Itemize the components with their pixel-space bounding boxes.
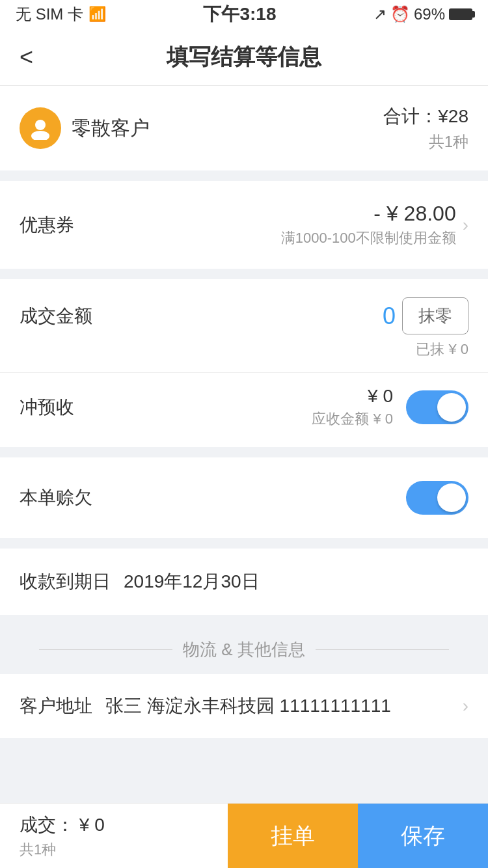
avatar bbox=[20, 107, 61, 149]
address-value: 张三 海淀永丰科技园 11111111111 bbox=[105, 694, 450, 718]
duedate-label: 收款到期日 bbox=[20, 569, 111, 594]
total-amount: 合计：¥28 bbox=[383, 104, 468, 129]
status-bar: 无 SIM 卡 📶 下午3:18 ↗ ⏰ 69% bbox=[0, 0, 488, 29]
transaction-value[interactable]: 0 bbox=[383, 303, 396, 330]
status-carrier-wifi: 无 SIM 卡 📶 bbox=[16, 4, 106, 25]
coupon-right: - ¥ 28.00 满1000-100不限制使用金额 › bbox=[281, 202, 468, 248]
divider-bar-left bbox=[39, 649, 172, 650]
wifi-icon: 📶 bbox=[88, 6, 106, 23]
save-button[interactable]: 保存 bbox=[358, 804, 488, 869]
bottom-deal-amount: ¥ 0 bbox=[79, 815, 105, 835]
location-icon: ↗ bbox=[373, 5, 386, 23]
divider-bar-right bbox=[316, 649, 449, 650]
divider-section: 物流 & 其他信息 bbox=[0, 625, 488, 674]
status-right: ↗ ⏰ 69% bbox=[373, 5, 472, 23]
address-section[interactable]: 客户地址 张三 海淀永丰科技园 11111111111 › bbox=[0, 674, 488, 738]
debt-label: 本单赊欠 bbox=[20, 485, 92, 510]
prepayment-row: 冲预收 ¥ 0 应收金额 ¥ 0 bbox=[0, 372, 488, 447]
customer-row: 零散客户 合计：¥28 共1种 bbox=[0, 86, 488, 170]
prepayment-right: ¥ 0 应收金额 ¥ 0 bbox=[312, 386, 468, 429]
coupon-label: 优惠券 bbox=[20, 213, 74, 237]
already-deducted: 已抹 ¥ 0 bbox=[0, 340, 488, 372]
carrier-text: 无 SIM 卡 bbox=[16, 4, 83, 25]
bottom-deal-row: 成交： ¥ 0 bbox=[20, 813, 208, 837]
debt-section: 本单赊欠 bbox=[0, 457, 488, 538]
total-count: 共1种 bbox=[383, 131, 468, 152]
divider-line: 物流 & 其他信息 bbox=[20, 638, 468, 661]
duedate-section: 收款到期日 2019年12月30日 bbox=[0, 549, 488, 615]
prepayment-label: 冲预收 bbox=[20, 395, 74, 420]
address-row[interactable]: 客户地址 张三 海淀永丰科技园 11111111111 › bbox=[0, 674, 488, 738]
page-title: 填写结算等信息 bbox=[167, 42, 321, 72]
debt-toggle[interactable] bbox=[406, 481, 468, 515]
nav-bar: < 填写结算等信息 bbox=[0, 29, 488, 86]
alarm-icon: ⏰ bbox=[390, 5, 410, 23]
coupon-detail: - ¥ 28.00 满1000-100不限制使用金额 bbox=[281, 202, 456, 248]
customer-total: 合计：¥28 共1种 bbox=[383, 104, 468, 152]
coupon-row[interactable]: 优惠券 - ¥ 28.00 满1000-100不限制使用金额 › bbox=[0, 181, 488, 269]
customer-name: 零散客户 bbox=[72, 115, 150, 142]
svg-point-0 bbox=[35, 120, 46, 130]
transaction-right: 0 抹零 bbox=[383, 297, 468, 334]
svg-point-1 bbox=[31, 131, 49, 140]
bottom-deal-label: 成交： bbox=[20, 815, 74, 835]
prepayment-amount: ¥ 0 bbox=[312, 386, 393, 407]
customer-section: 零散客户 合计：¥28 共1种 bbox=[0, 86, 488, 170]
back-button[interactable]: < bbox=[20, 44, 33, 71]
duedate-value: 2019年12月30日 bbox=[124, 569, 260, 594]
coupon-section[interactable]: 优惠券 - ¥ 28.00 满1000-100不限制使用金额 › bbox=[0, 181, 488, 269]
prepayment-receivable: 应收金额 ¥ 0 bbox=[312, 409, 393, 429]
customer-info: 零散客户 bbox=[20, 107, 150, 149]
battery-icon bbox=[449, 8, 472, 20]
round-button[interactable]: 抹零 bbox=[402, 297, 468, 334]
duedate-row: 收款到期日 2019年12月30日 bbox=[20, 569, 468, 594]
coupon-desc: 满1000-100不限制使用金额 bbox=[281, 228, 456, 248]
address-chevron-icon: › bbox=[463, 696, 468, 716]
battery-percent: 69% bbox=[414, 5, 445, 23]
status-time: 下午3:18 bbox=[203, 2, 276, 27]
chevron-right-icon: › bbox=[463, 215, 468, 236]
toggle-knob bbox=[437, 393, 466, 422]
transaction-row: 成交金额 0 抹零 bbox=[0, 279, 488, 340]
bottom-bar: 成交： ¥ 0 共1种 挂单 保存 bbox=[0, 803, 488, 868]
bottom-summary: 成交： ¥ 0 共1种 bbox=[0, 813, 228, 860]
prepayment-amounts: ¥ 0 应收金额 ¥ 0 bbox=[312, 386, 393, 429]
debt-toggle-knob bbox=[437, 483, 466, 512]
bottom-count: 共1种 bbox=[20, 840, 208, 860]
address-label: 客户地址 bbox=[20, 694, 92, 718]
transaction-section: 成交金额 0 抹零 已抹 ¥ 0 冲预收 ¥ 0 应收金额 ¥ 0 bbox=[0, 279, 488, 447]
hold-button[interactable]: 挂单 bbox=[228, 804, 358, 869]
divider-text: 物流 & 其他信息 bbox=[183, 638, 305, 661]
transaction-label: 成交金额 bbox=[20, 304, 92, 329]
coupon-amount: - ¥ 28.00 bbox=[281, 202, 456, 226]
prepayment-toggle[interactable] bbox=[406, 390, 468, 424]
